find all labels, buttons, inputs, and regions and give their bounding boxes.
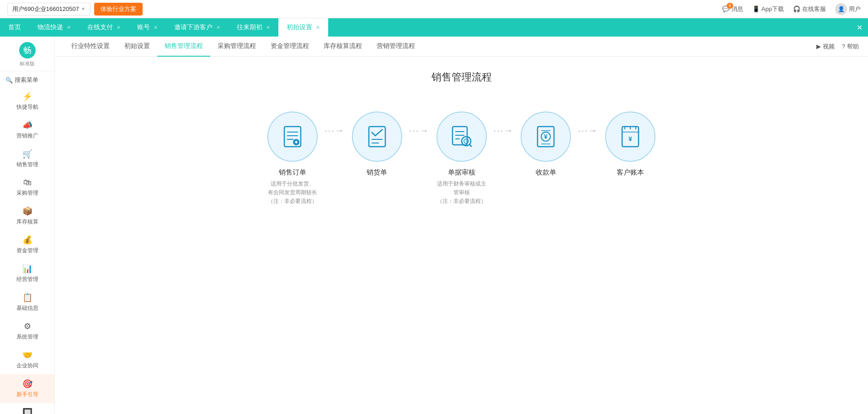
sub-tab-purchase-flow[interactable]: 采购管理流程 [210,37,263,57]
receipt-icon: ¥ [534,125,558,149]
main-layout: 畅 标准版 🔍 搜索菜单 ⚡ 快捷导航 📣 营销推广 🛒 销售管理 🛍 采购管理… [0,37,868,414]
basic-icon: 📋 [22,292,32,303]
sidebar-item-newguide[interactable]: 🎯 新手引导 [0,374,54,403]
nav-tab-home-label: 首页 [8,23,21,32]
nav-tab-period[interactable]: 往来期初 ✕ [229,18,278,37]
nav-tab-payment[interactable]: 在线支付 ✕ [79,18,129,37]
sidebar-item-label: 营销推广 [16,132,38,140]
flow-diagram: 销售订单 适用于分批发货、有合同发货周期较长（注：非必要流程） ···→ [82,111,841,206]
flow-circle-invoice [352,111,402,162]
sub-tab-initial[interactable]: 初始设置 [117,37,157,57]
sidebar-logo: 畅 标准版 [0,37,54,71]
sub-tab-inventory-flow[interactable]: 库存核算流程 [316,37,369,57]
sub-tabs-right: ▶ 视频 ? 帮助 [816,42,859,51]
online-service-item[interactable]: 🎧 在线客服 [793,5,826,13]
svg-line-18 [469,144,472,147]
flow-step-desc: 适用于财务审核或主管审核（注：非必要流程） [437,180,486,206]
nav-tab-account[interactable]: 账号 ✕ [129,18,166,37]
sub-tab-industry[interactable]: 行业特性设置 [64,37,117,57]
sidebar-item-label: 销售管理 [16,161,38,169]
app-download-item[interactable]: 📱 App下载 [752,5,784,13]
collab-icon: 🤝 [22,350,32,360]
sidebar-item-marketing[interactable]: 📣 营销推广 [0,116,54,144]
ledger-icon: ¥ [618,125,642,149]
invoice-icon [365,125,389,149]
sidebar-item-label: 经营管理 [16,276,38,283]
nav-tab-initial-label: 初始设置 [287,23,312,32]
sidebar-item-label: 采购管理 [16,189,38,197]
sub-tab-marketing-flow[interactable]: 营销管理流程 [369,37,422,57]
sidebar-item-basic[interactable]: 📋 基础信息 [0,288,54,317]
sub-tab-sales-flow[interactable]: 销售管理流程 [157,37,210,57]
flow-step-sales-order: 销售订单 适用于分批发货、有合同发货周期较长（注：非必要流程） [256,111,329,206]
video-link[interactable]: ▶ 视频 [816,42,835,51]
sales-order-icon [281,125,304,149]
sub-tab-finance-flow[interactable]: 资金管理流程 [263,37,316,57]
sidebar-item-purchase[interactable]: 🛍 采购管理 [0,173,54,202]
flow-step-title: 销售订单 [279,168,306,177]
close-icon[interactable]: ✕ [67,25,71,31]
logo-subtitle: 标准版 [20,60,35,67]
close-icon[interactable]: ✕ [117,25,121,31]
svg-text:¥: ¥ [544,133,548,140]
svg-text:¥: ¥ [628,135,632,143]
sidebar-item-sales[interactable]: 🛒 销售管理 [0,144,54,173]
search-icon: 🔍 [5,77,13,84]
sidebar: 畅 标准版 🔍 搜索菜单 ⚡ 快捷导航 📣 营销推广 🛒 销售管理 🛍 采购管理… [0,37,55,414]
sub-tabs: 行业特性设置 初始设置 销售管理流程 采购管理流程 资金管理流程 库存核算流程 … [55,37,868,57]
flow-step-title: 客户账本 [617,168,644,177]
close-icon[interactable]: ✕ [216,25,220,31]
user-name-label: 用户 [849,5,861,13]
close-icon[interactable]: ✕ [266,25,270,31]
sidebar-item-finance[interactable]: 💰 资金管理 [0,230,54,259]
phone-icon: 📱 [752,5,760,12]
appcenter-icon: 🔲 [22,408,32,414]
nav-tab-period-label: 往来期初 [237,23,262,32]
finance-icon: 💰 [22,235,32,245]
marketing-icon: 📣 [22,120,32,130]
message-item[interactable]: 💬 6 消息 [722,5,743,13]
logo-icon: 畅 [18,41,37,59]
help-link[interactable]: ? 帮助 [842,42,859,51]
close-icon[interactable]: ✕ [154,25,158,31]
header-left: 用户690企业1660120507 ▼ 体验行业方案 [7,3,143,16]
sub-tab-inventory-flow-label: 库存核算流程 [324,42,362,50]
nav-tab-home[interactable]: 首页 [0,18,29,37]
svg-rect-9 [369,127,385,147]
sidebar-item-appcenter[interactable]: 🔲 应用中心 [0,403,54,414]
sidebar-item-operation[interactable]: 📊 经营管理 [0,259,54,288]
close-icon[interactable]: ✕ [316,25,320,31]
content-area: 行业特性设置 初始设置 销售管理流程 采购管理流程 资金管理流程 库存核算流程 … [55,37,868,414]
sidebar-item-collab[interactable]: 🤝 企业协同 [0,345,54,374]
user-selector[interactable]: 用户690企业1660120507 ▼ [7,3,91,16]
chevron-down-icon: ▼ [81,6,85,11]
operation-icon: 📊 [22,264,32,274]
sidebar-item-label: 资金管理 [16,247,38,255]
sidebar-item-label: 新手引导 [16,391,38,398]
sub-tab-industry-label: 行业特性设置 [71,42,110,50]
nav-tab-invite[interactable]: 邀请下游客户 ✕ [166,18,229,37]
sidebar-item-system[interactable]: ⚙ 系统管理 [0,317,54,345]
message-icon: 💬 6 [722,5,730,12]
sidebar-search[interactable]: 🔍 搜索菜单 [0,71,54,87]
nav-tab-logistics[interactable]: 物流快递 ✕ [29,18,79,37]
app-download-label: App下载 [761,5,784,13]
nav-close-all[interactable]: ✕ [851,18,868,37]
sidebar-item-label: 企业协同 [16,362,38,370]
flow-circle-receipt: ¥ [521,111,571,162]
inventory-icon: 📦 [22,206,32,216]
message-badge: 6 [727,3,733,9]
sub-tab-sales-flow-label: 销售管理流程 [165,42,203,50]
sub-tab-marketing-flow-label: 营销管理流程 [377,42,415,50]
svg-point-17 [464,139,469,143]
flow-step-invoice: 销货单 [341,111,414,177]
flow-circle-sales-order [267,111,318,162]
trial-button[interactable]: 体验行业方案 [94,3,143,16]
header-right: 💬 6 消息 📱 App下载 🎧 在线客服 👤 用户 [722,3,861,15]
sidebar-item-inventory[interactable]: 📦 库存核算 [0,202,54,230]
sub-tab-initial-label: 初始设置 [124,42,150,50]
sidebar-item-quicknav[interactable]: ⚡ 快捷导航 [0,87,54,116]
user-avatar-item[interactable]: 👤 用户 [835,3,861,15]
nav-tab-logistics-label: 物流快递 [37,23,63,32]
nav-tab-initial[interactable]: 初始设置 ✕ [278,18,328,37]
